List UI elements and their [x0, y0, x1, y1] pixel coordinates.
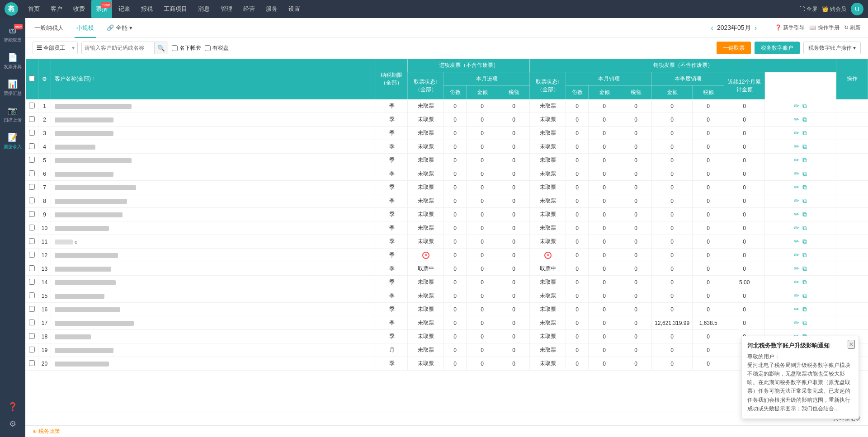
row-customer-name[interactable]: [51, 303, 376, 316]
row-checkbox-cell[interactable]: [26, 249, 38, 262]
select-all-checkbox[interactable]: [29, 75, 35, 81]
row-customer-name[interactable]: [51, 316, 376, 330]
row-customer-name[interactable]: [51, 289, 376, 303]
row-checkbox-cell[interactable]: [26, 316, 38, 330]
row-checkbox[interactable]: [29, 360, 35, 366]
row-copy-btn[interactable]: ⧉: [802, 251, 808, 259]
tab-all-capable[interactable]: 🔗 全能 ▾: [105, 18, 134, 38]
row-checkbox-cell[interactable]: [26, 140, 38, 154]
row-edit-btn[interactable]: ✏: [793, 292, 800, 299]
row-checkbox[interactable]: [29, 320, 35, 325]
nav-business[interactable]: 工商项目: [159, 0, 192, 18]
row-edit-btn[interactable]: ✏: [793, 238, 800, 245]
row-checkbox[interactable]: [29, 265, 35, 271]
sidebar-item-summary[interactable]: 📊 票据汇总: [0, 75, 25, 100]
fullscreen-btn[interactable]: ⛶ 全屏: [799, 5, 817, 13]
row-checkbox-cell[interactable]: [26, 99, 38, 113]
row-copy-btn[interactable]: ⧉: [802, 156, 808, 164]
row-customer-name[interactable]: [51, 127, 376, 140]
row-edit-btn[interactable]: ✏: [793, 183, 800, 191]
nav-operation[interactable]: 经营: [239, 0, 259, 18]
sub-account-checkbox[interactable]: [172, 45, 178, 51]
row-checkbox-cell[interactable]: [26, 113, 38, 127]
row-edit-btn[interactable]: ✏: [793, 211, 800, 218]
row-checkbox-cell[interactable]: [26, 289, 38, 303]
row-customer-name[interactable]: e: [51, 235, 376, 249]
row-customer-name[interactable]: [51, 194, 376, 208]
row-checkbox-cell[interactable]: [26, 357, 38, 371]
has-taxpad-checkbox[interactable]: [205, 45, 211, 51]
row-checkbox-cell[interactable]: [26, 127, 38, 140]
row-customer-name[interactable]: [51, 167, 376, 181]
row-edit-btn[interactable]: ✏: [793, 116, 800, 123]
checkbox-sub-account[interactable]: 名下帐套: [172, 44, 201, 52]
row-checkbox-cell[interactable]: [26, 276, 38, 289]
nav-fee[interactable]: 收费: [69, 0, 90, 18]
row-copy-btn[interactable]: ⧉: [802, 102, 808, 110]
row-checkbox[interactable]: [29, 197, 35, 203]
tab-general-taxpayer[interactable]: 一般纳税人: [33, 18, 66, 38]
row-edit-btn[interactable]: ✏: [793, 319, 800, 326]
row-checkbox[interactable]: [29, 252, 35, 258]
row-edit-btn[interactable]: ✏: [793, 143, 800, 150]
search-button[interactable]: 🔍: [154, 42, 168, 54]
nav-message[interactable]: 消息: [193, 0, 214, 18]
sidebar-item-invoice-issue[interactable]: 📄 发票开具: [0, 49, 25, 74]
row-copy-btn[interactable]: ⧉: [802, 170, 808, 178]
row-copy-btn[interactable]: ⧉: [802, 183, 808, 191]
row-customer-name[interactable]: [51, 221, 376, 235]
sidebar-item-help[interactable]: ❓: [6, 398, 19, 415]
row-checkbox-cell[interactable]: [26, 194, 38, 208]
row-checkbox[interactable]: [29, 225, 35, 230]
row-checkbox[interactable]: [29, 103, 35, 108]
row-copy-btn[interactable]: ⧉: [802, 319, 808, 327]
row-copy-btn[interactable]: ⧉: [802, 129, 808, 137]
row-copy-btn[interactable]: ⧉: [802, 143, 808, 150]
guide-btn[interactable]: ❓ 新手引导: [775, 24, 805, 32]
row-edit-btn[interactable]: ✏: [793, 224, 800, 231]
tax-policy-link[interactable]: ⊕ 税务政策: [33, 428, 60, 435]
row-checkbox-cell[interactable]: [26, 181, 38, 194]
row-copy-btn[interactable]: ⧉: [802, 197, 808, 205]
tax-digital-account-action-btn[interactable]: 税务数字账户操作 ▾: [803, 42, 861, 54]
row-customer-name[interactable]: [51, 181, 376, 194]
row-checkbox[interactable]: [29, 333, 35, 339]
row-checkbox-cell[interactable]: [26, 154, 38, 167]
row-customer-name[interactable]: [51, 154, 376, 167]
row-checkbox[interactable]: [29, 238, 35, 244]
row-customer-name[interactable]: [51, 140, 376, 154]
th-out-status[interactable]: 取票状态↑（全部）: [530, 72, 566, 99]
row-copy-btn[interactable]: ⧉: [802, 116, 808, 123]
nav-tax[interactable]: 报税: [137, 0, 157, 18]
sidebar-item-ticket-entry[interactable]: 📝 票据录入: [0, 129, 25, 154]
nav-manage[interactable]: 管理: [216, 0, 237, 18]
period-next-btn[interactable]: ›: [755, 24, 757, 32]
sidebar-item-settings-bottom[interactable]: ⚙: [6, 415, 19, 432]
row-customer-name[interactable]: [51, 208, 376, 221]
row-copy-btn[interactable]: ⧉: [802, 305, 808, 313]
row-checkbox-cell[interactable]: [26, 303, 38, 316]
row-edit-btn[interactable]: ✏: [793, 278, 800, 286]
row-copy-btn[interactable]: ⧉: [802, 224, 808, 232]
tab-small-scale[interactable]: 小规模: [75, 18, 96, 38]
row-copy-btn[interactable]: ⧉: [802, 211, 808, 218]
row-checkbox[interactable]: [29, 279, 35, 285]
row-checkbox[interactable]: [29, 292, 35, 298]
user-avatar[interactable]: U: [851, 3, 863, 15]
row-edit-btn[interactable]: ✏: [793, 129, 800, 136]
row-copy-btn[interactable]: ⧉: [802, 278, 808, 286]
row-edit-btn[interactable]: ✏: [793, 305, 800, 313]
nav-customer[interactable]: 客户: [46, 0, 67, 18]
row-checkbox-cell[interactable]: [26, 343, 38, 357]
th-tax-period[interactable]: 纳税期限（全部）: [376, 59, 408, 99]
row-customer-name[interactable]: [51, 249, 376, 262]
row-customer-name[interactable]: [51, 276, 376, 289]
row-copy-btn[interactable]: ⧉: [802, 238, 808, 245]
row-checkbox-cell[interactable]: [26, 208, 38, 221]
row-checkbox-cell[interactable]: [26, 235, 38, 249]
row-copy-btn[interactable]: ⧉: [802, 292, 808, 300]
checkbox-has-taxpad[interactable]: 有税盘: [205, 44, 229, 52]
row-copy-btn[interactable]: ⧉: [802, 265, 808, 273]
row-checkbox[interactable]: [29, 306, 35, 312]
row-checkbox[interactable]: [29, 184, 35, 190]
